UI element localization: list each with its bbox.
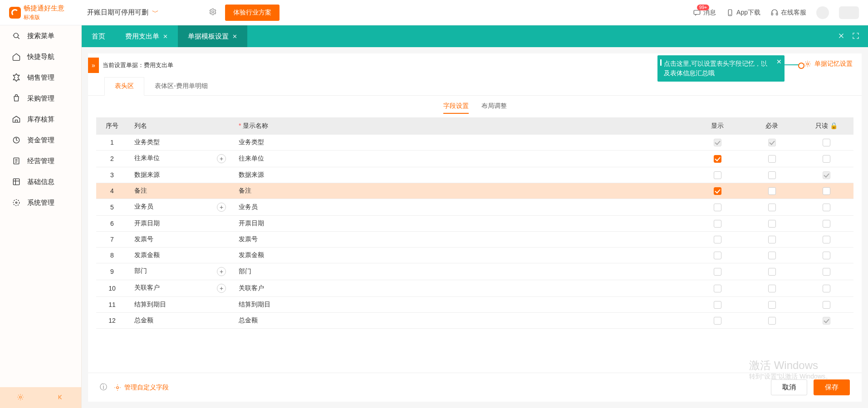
checkbox[interactable]	[714, 268, 721, 276]
add-icon[interactable]: +	[217, 203, 226, 212]
cell-display[interactable]: 开票日期	[232, 216, 690, 232]
checkbox[interactable]	[714, 252, 721, 259]
cancel-button[interactable]: 取消	[771, 379, 807, 395]
svg-rect-5	[776, 13, 778, 15]
checkbox[interactable]	[714, 317, 721, 325]
subtab-0[interactable]: 字段设置	[443, 102, 469, 114]
checkbox[interactable]	[768, 285, 776, 292]
region-tab-0[interactable]: 表头区	[104, 77, 144, 96]
sidebar-item-7[interactable]: 基础信息	[0, 171, 81, 192]
checkbox[interactable]	[823, 204, 830, 211]
sidebar-item-3[interactable]: 采购管理	[0, 88, 81, 109]
checkbox[interactable]	[714, 301, 721, 309]
help-icon[interactable]: ⓘ	[100, 383, 107, 392]
checkbox[interactable]	[823, 236, 830, 243]
cell-display[interactable]: 部门	[232, 263, 690, 280]
table-row[interactable]: 4备注 备注	[96, 183, 853, 199]
checkbox[interactable]	[823, 268, 830, 276]
tab-0[interactable]: 首页	[82, 25, 115, 47]
memory-settings-link[interactable]: 单据记忆设置	[804, 60, 853, 68]
customer-service-link[interactable]: 在线客服	[770, 9, 806, 17]
tab-close-icon[interactable]	[837, 32, 845, 41]
checkbox[interactable]	[714, 220, 721, 228]
checkbox[interactable]	[714, 204, 721, 211]
table-row[interactable]: 5业务员 +业务员	[96, 199, 853, 216]
checkbox[interactable]	[823, 139, 830, 146]
sidebar-item-5[interactable]: 资金管理	[0, 130, 81, 151]
sidebar-item-2[interactable]: 销售管理	[0, 67, 81, 88]
checkbox[interactable]	[823, 155, 830, 163]
svg-point-10	[13, 199, 19, 205]
checkbox[interactable]	[823, 187, 830, 195]
checkbox[interactable]	[823, 220, 830, 228]
checkbox[interactable]	[714, 285, 721, 292]
messages-link[interactable]: 99+ 消息	[693, 9, 716, 17]
table-row[interactable]: 2往来单位 +往来单位	[96, 151, 853, 167]
org-selector[interactable]: 开账日期可停用可删 ﹀	[87, 8, 205, 17]
save-button[interactable]: 保存	[814, 379, 850, 395]
sidebar-item-0[interactable]: 搜索菜单	[0, 25, 81, 46]
cell-display[interactable]: 关联客户	[232, 280, 690, 297]
checkbox[interactable]	[768, 171, 776, 179]
checkbox[interactable]	[714, 236, 721, 243]
table-row[interactable]: 11结算到期日 结算到期日	[96, 297, 853, 313]
sidebar-item-8[interactable]: 系统管理	[0, 192, 81, 213]
checkbox[interactable]	[823, 301, 830, 309]
tab-close-icon[interactable]: ✕	[163, 33, 168, 40]
settings-icon[interactable]	[209, 8, 217, 17]
topbar: 畅捷通好生意 标准版 开账日期可停用可删 ﹀ 体验行业方案 99+ 消息 App…	[0, 0, 868, 25]
table-row[interactable]: 10关联客户 +关联客户	[96, 280, 853, 297]
table-row[interactable]: 8发票金额 发票金额	[96, 248, 853, 263]
add-icon[interactable]: +	[217, 284, 226, 293]
cell-display[interactable]: 总金额	[232, 313, 690, 329]
sidebar-item-4[interactable]: 库存核算	[0, 109, 81, 130]
cell-display[interactable]: 业务员	[232, 199, 690, 216]
avatar[interactable]	[816, 6, 829, 19]
cell-display[interactable]: 往来单位	[232, 151, 690, 167]
checkbox[interactable]	[768, 236, 776, 243]
fullscreen-icon[interactable]	[852, 32, 860, 41]
sidebar-item-6[interactable]: 经营管理	[0, 151, 81, 171]
checkbox[interactable]	[714, 187, 721, 195]
checkbox[interactable]	[768, 155, 776, 163]
tab-2[interactable]: 单据模板设置✕	[178, 25, 247, 47]
panel-expand-handle[interactable]: »	[88, 58, 99, 73]
cell-display[interactable]: 发票号	[232, 232, 690, 248]
checkbox[interactable]	[768, 187, 776, 195]
cell-display[interactable]: 数据来源	[232, 167, 690, 183]
checkbox[interactable]	[714, 155, 721, 163]
checkbox[interactable]	[714, 171, 721, 179]
cell-seq: 4	[96, 183, 128, 199]
table-row[interactable]: 1业务类型 业务类型	[96, 135, 853, 151]
org-avatar[interactable]	[839, 6, 859, 19]
table-row[interactable]: 7发票号 发票号	[96, 232, 853, 248]
checkbox[interactable]	[768, 220, 776, 228]
tab-close-icon[interactable]: ✕	[232, 33, 237, 40]
cell-display[interactable]: 备注	[232, 183, 690, 199]
sidebar-settings-icon[interactable]	[16, 393, 25, 403]
checkbox[interactable]	[768, 268, 776, 276]
sidebar-item-1[interactable]: 快捷导航	[0, 46, 81, 67]
cell-display[interactable]: 业务类型	[232, 135, 690, 151]
checkbox[interactable]	[768, 204, 776, 211]
table-row[interactable]: 9部门 +部门	[96, 263, 853, 280]
checkbox[interactable]	[823, 252, 830, 259]
region-tab-1[interactable]: 表体区-费用单明细	[144, 77, 218, 95]
app-download-link[interactable]: App下载	[726, 9, 760, 17]
checkbox[interactable]	[768, 317, 776, 325]
subtab-1[interactable]: 布局调整	[481, 102, 507, 114]
add-icon[interactable]: +	[217, 267, 226, 276]
sidebar-collapse-icon[interactable]	[57, 393, 65, 403]
checkbox[interactable]	[823, 285, 830, 292]
table-row[interactable]: 12总金额 总金额	[96, 313, 853, 329]
checkbox[interactable]	[768, 252, 776, 259]
checkbox[interactable]	[768, 301, 776, 309]
tab-1[interactable]: 费用支出单✕	[115, 25, 178, 47]
table-row[interactable]: 6开票日期 开票日期	[96, 216, 853, 232]
cell-display[interactable]: 发票金额	[232, 248, 690, 263]
cell-display[interactable]: 结算到期日	[232, 297, 690, 313]
experience-button[interactable]: 体验行业方案	[225, 5, 280, 21]
manage-custom-fields-link[interactable]: 管理自定义字段	[113, 384, 169, 392]
add-icon[interactable]: +	[217, 154, 226, 163]
table-row[interactable]: 3数据来源 数据来源	[96, 167, 853, 183]
